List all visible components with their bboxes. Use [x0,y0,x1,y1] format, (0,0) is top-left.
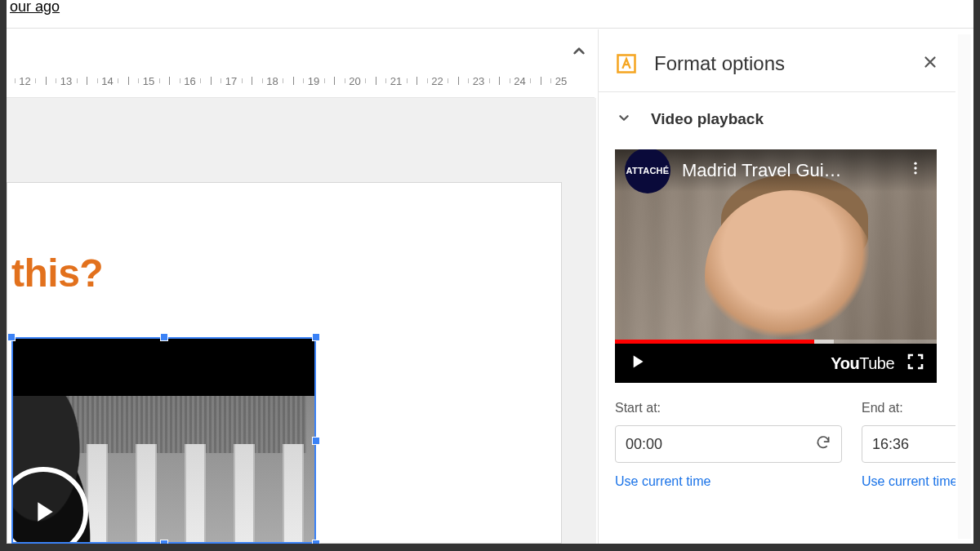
video-playback-section-toggle[interactable]: Video playback [599,92,956,144]
svg-point-2 [914,167,916,169]
resize-handle[interactable] [312,333,320,341]
svg-point-3 [914,171,916,174]
ruler-number: 16 [184,75,195,87]
video-title[interactable]: Madrid Travel Gui… [682,160,904,181]
ruler-number: 17 [225,75,237,87]
format-options-icon [615,52,638,75]
ruler-number: 14 [101,75,113,87]
ruler-number: 24 [514,75,525,87]
last-edit-text[interactable]: our ago [10,0,60,16]
svg-point-1 [914,162,916,165]
slide-title-text[interactable]: this? [11,251,103,295]
channel-badge[interactable]: ATTACHÉ [625,149,670,193]
resize-handle[interactable] [160,333,168,341]
video-thumbnail [13,396,314,542]
video-letterbox [13,339,314,396]
resize-handle[interactable] [7,333,16,341]
video-preview[interactable]: ATTACHÉ Madrid Travel Gui… YouTube [615,149,937,383]
embedded-video[interactable] [11,337,316,544]
chevron-down-icon [615,109,633,130]
start-at-label: Start at: [615,401,842,415]
ruler-number: 20 [349,75,360,87]
ruler-number: 23 [473,75,484,87]
start-at-input[interactable] [626,436,815,453]
ruler-number: 18 [266,75,278,87]
collapse-toolbar-button[interactable] [568,41,590,65]
horizontal-ruler[interactable]: 1213141516171819202122232425 [7,72,595,98]
panel-title: Format options [654,52,921,75]
resize-handle[interactable] [312,437,320,445]
ruler-number: 15 [143,75,154,87]
ruler-number: 13 [60,75,72,87]
video-more-button[interactable] [904,160,927,181]
ruler-number: 25 [555,75,567,87]
use-current-time-start[interactable]: Use current time [615,474,842,489]
ruler-number: 21 [390,75,402,87]
youtube-logo[interactable]: YouTube [831,354,894,373]
play-button[interactable] [626,351,648,375]
toolbar-divider [7,28,973,29]
ruler-number: 19 [308,75,319,87]
ruler-number: 12 [19,75,30,87]
start-at-input-wrap[interactable] [615,425,842,463]
fullscreen-button[interactable] [906,352,925,375]
section-title: Video playback [651,110,764,128]
ruler-number: 22 [431,75,443,87]
close-panel-button[interactable] [921,53,939,74]
refresh-start-button[interactable] [815,434,831,454]
panel-scrollbar[interactable] [956,29,973,544]
format-options-panel: Format options Video playback ATTACHÉ Ma… [598,29,956,544]
